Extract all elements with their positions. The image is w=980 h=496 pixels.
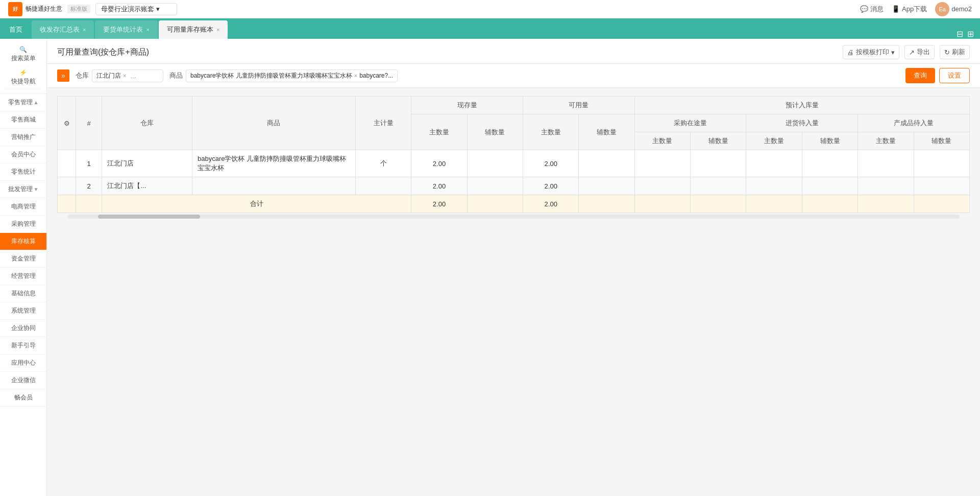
warehouse-input[interactable]: 江北门店 × ... bbox=[92, 69, 163, 82]
msg-label: 消息 bbox=[870, 5, 884, 14]
tab-order-stats-close[interactable]: × bbox=[146, 27, 149, 33]
warehouse-tag-text: 江北门店 bbox=[96, 72, 121, 80]
sidebar-item-inventory-check[interactable]: 库存核算 bbox=[0, 233, 46, 250]
row2-product bbox=[192, 177, 355, 195]
logo-icon: 好 bbox=[8, 2, 22, 16]
warehouse-tag: 江北门店 × bbox=[96, 72, 126, 80]
th-available-main: 主数量 bbox=[523, 114, 579, 150]
sidebar-item-purchase-mgmt[interactable]: 采购管理 bbox=[0, 216, 46, 233]
sidebar-item-wholesale-mgmt[interactable]: 批发管理 ▼ bbox=[0, 181, 46, 198]
tab-order-stats[interactable]: 要货单统计表 × bbox=[95, 20, 157, 39]
username-label: demo2 bbox=[951, 5, 972, 13]
warehouse-more[interactable]: ... bbox=[128, 72, 138, 80]
sidebar-item-retail-stats[interactable]: 零售统计 bbox=[0, 163, 46, 181]
top-bar-left: 好 畅捷通好生意 标准版 母婴行业演示账套 ▾ bbox=[8, 2, 177, 16]
row2-purchase-main bbox=[634, 177, 690, 195]
scroll-bar-area bbox=[57, 213, 970, 220]
row1-incoming-aux bbox=[802, 150, 857, 177]
sidebar-item-new-guide[interactable]: 新手引导 bbox=[0, 337, 46, 355]
row1-incoming-main bbox=[746, 150, 802, 177]
tab-available-stock[interactable]: 可用量库存账本 × bbox=[159, 20, 228, 39]
export-button[interactable]: ↗ 导出 bbox=[904, 45, 935, 59]
sidebar-search-area: 🔍 搜索菜单 ⚡ 快捷导航 bbox=[0, 39, 46, 94]
row2-main-unit bbox=[355, 177, 411, 195]
footer-stock-main: 2.00 bbox=[411, 195, 467, 213]
dropdown-icon: ▾ bbox=[156, 5, 160, 13]
row2-available-main: 2.00 bbox=[523, 177, 579, 195]
table-row: 2 江北门店【... 2.00 2.00 bbox=[58, 177, 970, 195]
scroll-thumb[interactable] bbox=[98, 215, 200, 219]
row2-available-aux bbox=[579, 177, 634, 195]
tab-home[interactable]: 首页 bbox=[1, 20, 31, 39]
sidebar-app-center-label: 应用中心 bbox=[11, 359, 36, 367]
quick-nav-button[interactable]: ⚡ 快捷导航 bbox=[4, 66, 42, 89]
tab-receive-summary-close[interactable]: × bbox=[83, 27, 86, 33]
row1-no: 1 bbox=[76, 150, 102, 177]
row2-incoming-main bbox=[746, 177, 802, 195]
expand-filter-button[interactable]: » bbox=[57, 69, 69, 82]
row1-main-unit: 个 bbox=[355, 150, 411, 177]
search-menu-label: 搜索菜单 bbox=[11, 54, 36, 63]
sidebar-retail-stats-label: 零售统计 bbox=[11, 168, 36, 176]
product-label: 商品 bbox=[169, 71, 183, 80]
sidebar-item-member[interactable]: 会员中心 bbox=[0, 146, 46, 163]
page-actions: 🖨 按模板打印 ▾ ↗ 导出 ↻ 刷新 bbox=[843, 45, 970, 59]
filter-bar: » 仓库 江北门店 × ... 商品 babycare学饮杯 儿童防摔防撞吸管杯… bbox=[47, 64, 980, 88]
sidebar-item-member2[interactable]: 畅会员 bbox=[0, 389, 46, 407]
nav-tabs-right: ⊟ ⊞ bbox=[957, 29, 980, 39]
horizontal-scrollbar[interactable] bbox=[67, 215, 960, 219]
refresh-label: 刷新 bbox=[952, 48, 965, 57]
th-incoming-main: 主数量 bbox=[746, 132, 802, 150]
sidebar-item-retail-mgmt[interactable]: 零售管理 ▲ bbox=[0, 94, 46, 111]
search-menu-button[interactable]: 🔍 搜索菜单 bbox=[4, 43, 42, 66]
sidebar-item-basic-info[interactable]: 基础信息 bbox=[0, 285, 46, 302]
query-button[interactable]: 查询 bbox=[905, 68, 935, 83]
app-download-button[interactable]: 📱 App下载 bbox=[892, 5, 927, 14]
sidebar-retail-mall-label: 零售商城 bbox=[11, 115, 36, 124]
sidebar-item-enterprise-wechat[interactable]: 企业微信 bbox=[0, 372, 46, 389]
footer-incoming-main bbox=[746, 195, 802, 213]
th-warehouse: 仓库 bbox=[102, 97, 192, 150]
avatar: Ea bbox=[935, 2, 949, 16]
sidebar-item-retail-mall[interactable]: 零售商城 bbox=[0, 111, 46, 129]
row2-incoming-aux bbox=[802, 177, 857, 195]
tab-receive-summary[interactable]: 收发存汇总表 × bbox=[32, 20, 94, 39]
sidebar-inventory-label: 库存核算 bbox=[11, 237, 36, 246]
row1-purchase-main bbox=[634, 150, 690, 177]
product-input[interactable]: babycare学饮杯 儿童防摔防撞吸管杯重力球吸嘴杯宝宝水杯 × babyca… bbox=[186, 69, 398, 82]
page-title: 可用量查询(按仓库+商品) bbox=[57, 47, 149, 58]
industry-label: 母婴行业演示账套 bbox=[101, 5, 154, 14]
sidebar-item-enterprise-collab[interactable]: 企业协同 bbox=[0, 320, 46, 337]
refresh-button[interactable]: ↻ 刷新 bbox=[940, 45, 970, 59]
quick-nav-label: 快捷导航 bbox=[11, 77, 36, 86]
sidebar-item-ops-mgmt[interactable]: 经营管理 bbox=[0, 268, 46, 285]
expand-icon: » bbox=[61, 72, 65, 80]
chevron-down-icon: ▼ bbox=[34, 186, 39, 192]
row1-available-main: 2.00 bbox=[523, 150, 579, 177]
sidebar-item-app-center[interactable]: 应用中心 bbox=[0, 355, 46, 372]
industry-select[interactable]: 母婴行业演示账套 ▾ bbox=[95, 3, 177, 15]
msg-button[interactable]: 💬 消息 bbox=[860, 5, 884, 14]
minimize-icon[interactable]: ⊟ bbox=[957, 29, 963, 39]
th-production-aux: 辅数量 bbox=[914, 132, 969, 150]
sidebar-item-ecom-mgmt[interactable]: 电商管理 bbox=[0, 198, 46, 216]
sidebar-basic-info-label: 基础信息 bbox=[11, 289, 36, 298]
product-tag2: babycare?... bbox=[359, 72, 393, 79]
tab-available-stock-close[interactable]: × bbox=[216, 27, 219, 33]
footer-incoming-aux bbox=[802, 195, 857, 213]
sidebar-new-guide-label: 新手引导 bbox=[11, 341, 36, 350]
sidebar-item-finance-mgmt[interactable]: 资金管理 bbox=[0, 250, 46, 268]
sidebar-section: 零售管理 ▲ 零售商城 营销推广 会员中心 零售统计 批发管理 ▼ 电商管理 bbox=[0, 94, 46, 407]
th-settings[interactable]: ⚙ bbox=[58, 97, 76, 150]
sidebar-item-marketing[interactable]: 营销推广 bbox=[0, 129, 46, 146]
warehouse-tag-close[interactable]: × bbox=[123, 73, 126, 79]
sidebar-member2-label: 畅会员 bbox=[14, 393, 33, 402]
sidebar-item-sys-mgmt[interactable]: 系统管理 bbox=[0, 302, 46, 320]
th-production-group: 产成品待入量 bbox=[858, 114, 970, 132]
print-button[interactable]: 🖨 按模板打印 ▾ bbox=[843, 45, 899, 59]
product-tag1-close[interactable]: × bbox=[354, 73, 357, 79]
maximize-icon[interactable]: ⊞ bbox=[967, 29, 974, 39]
user-area[interactable]: Ea demo2 bbox=[935, 2, 972, 16]
row1-stock-aux bbox=[467, 150, 523, 177]
settings-button[interactable]: 设置 bbox=[939, 68, 970, 83]
